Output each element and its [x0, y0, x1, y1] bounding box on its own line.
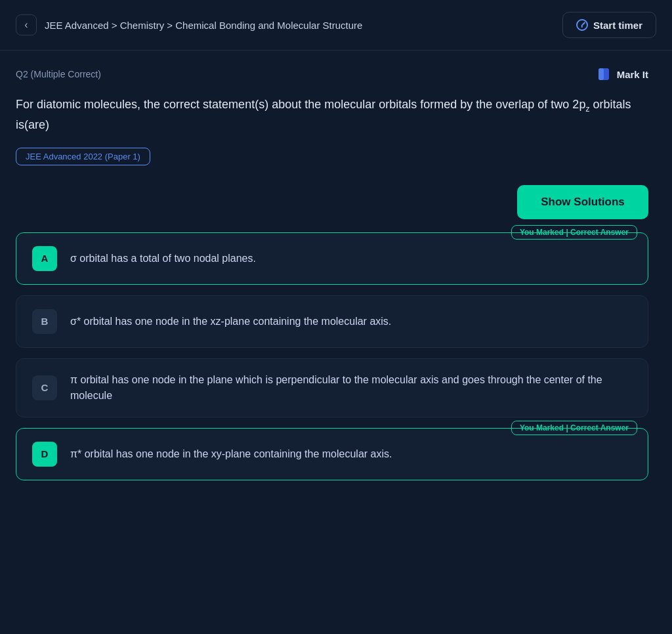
- option-label-d: D: [32, 442, 57, 467]
- question-text: For diatomic molecules, the correct stat…: [16, 95, 648, 135]
- mark-it-label: Mark It: [617, 69, 648, 80]
- start-timer-label: Start timer: [593, 20, 642, 31]
- option-label-c: C: [32, 375, 57, 400]
- start-timer-button[interactable]: Start timer: [562, 12, 656, 38]
- breadcrumb: JEE Advanced > Chemistry > Chemical Bond…: [45, 20, 362, 31]
- content-wrapper: Q2 (Multiple Correct) Mark It For diatom…: [16, 66, 656, 480]
- back-icon: ‹: [24, 19, 28, 31]
- show-solutions-button[interactable]: Show Solutions: [517, 185, 648, 219]
- correct-badge-d: You Marked | Correct Answer: [511, 421, 637, 435]
- question-text-part1: For diatomic molecules, the correct stat…: [16, 98, 631, 131]
- header-left: ‹ JEE Advanced > Chemistry > Chemical Bo…: [16, 14, 362, 35]
- option-text-a: σ orbital has a total of two nodal plane…: [70, 251, 256, 266]
- option-label-b: B: [32, 309, 57, 334]
- option-text-b: σ* orbital has one node in the xz-plane …: [70, 314, 391, 329]
- option-card-c[interactable]: C π orbital has one node in the plane wh…: [16, 358, 648, 417]
- timer-icon: [576, 19, 588, 31]
- option-text-c: π orbital has one node in the plane whic…: [70, 372, 632, 404]
- header: ‹ JEE Advanced > Chemistry > Chemical Bo…: [0, 0, 672, 51]
- option-card-d[interactable]: You Marked | Correct Answer D π* orbital…: [16, 428, 648, 480]
- option-card-b[interactable]: B σ* orbital has one node in the xz-plan…: [16, 295, 648, 348]
- question-meta: Q2 (Multiple Correct) Mark It: [16, 66, 648, 82]
- bookmark-icon: [596, 66, 612, 82]
- show-solutions-area: Show Solutions: [16, 185, 648, 219]
- question-type-label: Q2 (Multiple Correct): [16, 69, 101, 79]
- svg-rect-1: [598, 68, 604, 80]
- option-text-d: π* orbital has one node in the xy-plane …: [70, 446, 392, 462]
- option-label-a: A: [32, 246, 57, 271]
- tag-badge: JEE Advanced 2022 (Paper 1): [16, 148, 648, 185]
- main-content: Q2 (Multiple Correct) Mark It For diatom…: [0, 51, 672, 496]
- options-list: You Marked | Correct Answer A σ orbital …: [16, 232, 648, 480]
- mark-it-button[interactable]: Mark It: [596, 66, 648, 82]
- correct-badge-a: You Marked | Correct Answer: [511, 225, 637, 240]
- option-card-a[interactable]: You Marked | Correct Answer A σ orbital …: [16, 232, 648, 285]
- back-button[interactable]: ‹: [16, 14, 37, 35]
